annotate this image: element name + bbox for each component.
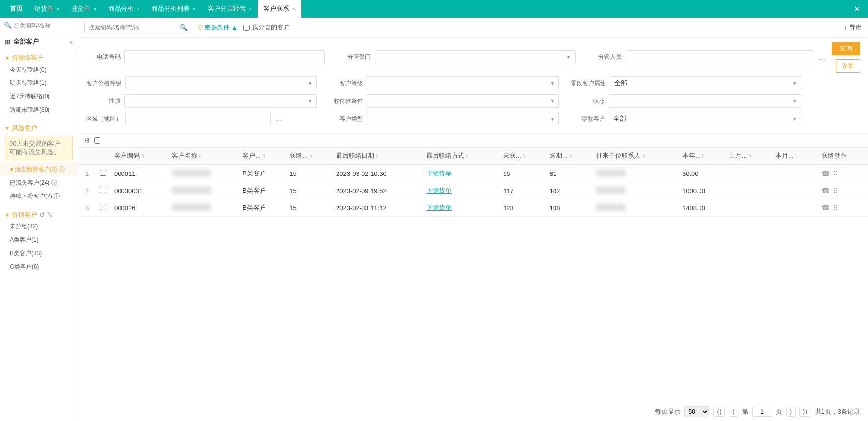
row-checkbox[interactable] xyxy=(100,204,106,210)
sidebar-item-overdue[interactable]: 逾期未联络(30) xyxy=(0,103,78,117)
collapse-icon[interactable]: « xyxy=(70,38,73,46)
nav-tab-customer-contact[interactable]: 客户联系 × xyxy=(258,0,301,18)
table-settings-icon[interactable]: ⚙ xyxy=(84,137,90,144)
table-row: 3 000026 B类客户 15 2023-02-03 11:12: 下销货单 … xyxy=(78,199,868,217)
action-more-icon[interactable]: ⠿ xyxy=(833,187,838,195)
risk-arrow-icon: ▼ xyxy=(5,125,10,131)
value-refresh-icon[interactable]: ↺ xyxy=(39,211,45,219)
first-page-button[interactable]: ⟨⟨ xyxy=(713,407,725,417)
sidebar-group-risk[interactable]: ▼ 风险客户 xyxy=(0,121,78,134)
sidebar-item-declining[interactable]: 持续下滑客户(2) ⓘ xyxy=(0,190,78,203)
manager-select[interactable] xyxy=(626,50,814,64)
my-customers-check[interactable]: 我分管的客户 xyxy=(243,23,290,32)
action-phone-icon[interactable]: ☎ xyxy=(821,204,830,212)
th-last-contact-date[interactable]: 最后联络日期⇅ xyxy=(332,148,422,165)
value-edit-icon[interactable]: ✎ xyxy=(47,211,53,219)
cell-name xyxy=(168,199,239,217)
analysis-list-tab-close[interactable]: × xyxy=(193,6,195,12)
nature-select[interactable]: ▼ xyxy=(124,94,317,108)
row-checkbox[interactable] xyxy=(100,170,106,176)
th-this-month[interactable]: 本月...⇅ xyxy=(772,148,818,165)
my-customers-checkbox[interactable] xyxy=(243,25,250,31)
filter-search-input[interactable] xyxy=(89,24,179,31)
customer-tier-tab-close[interactable]: × xyxy=(249,6,252,12)
cell-checkbox[interactable] xyxy=(96,165,110,182)
dept-select[interactable]: ▼ xyxy=(375,50,575,64)
th-contact[interactable]: 联络...⇅ xyxy=(286,148,332,165)
region-label: 区域（地区） xyxy=(86,115,121,123)
th-name[interactable]: 客户名称⇅ xyxy=(168,148,239,165)
analysis-tab-close[interactable]: × xyxy=(137,6,140,12)
sidebar-item-type-b[interactable]: B类客户(33) xyxy=(0,247,78,260)
content-area: 🔍 ▽ 更多条件 ▲ 我分管的客户 ↑ 导出 电话号码 xyxy=(78,18,868,421)
th-last-month[interactable]: 上月...⇅ xyxy=(725,148,772,165)
page-number-input[interactable] xyxy=(752,407,772,417)
nav-tab-analysis-list[interactable]: 商品分析列表 × xyxy=(145,0,201,18)
sidebar-item-today-pending[interactable]: 今天待联络(0) xyxy=(0,63,78,76)
filter-search-button[interactable]: 🔍 xyxy=(179,24,188,31)
customer-tier-select[interactable]: ▼ xyxy=(367,76,559,90)
cell-last-contact-method[interactable]: 下销货单 xyxy=(422,165,499,182)
action-more-icon[interactable]: ⠿ xyxy=(833,204,838,212)
sidebar-group-value[interactable]: ▼ 价值客户 ↺ ✎ xyxy=(0,207,78,220)
action-more-icon[interactable]: ⠿ xyxy=(833,170,838,177)
nav-tab-purchase[interactable]: 进货单 × xyxy=(65,0,102,18)
th-last-contact-method[interactable]: 最后联络方式⇅ xyxy=(422,148,499,165)
export-button[interactable]: ↑ 导出 xyxy=(844,23,863,32)
sidebar-item-type-c[interactable]: C类客户(6) xyxy=(0,260,78,273)
row-checkbox[interactable] xyxy=(100,187,106,193)
th-code[interactable]: 客户编码⇅ xyxy=(110,148,168,165)
retail-attr-select[interactable]: 全部 ▼ xyxy=(610,76,801,90)
more-conditions-btn[interactable]: ▽ 更多条件 ▲ xyxy=(198,23,238,32)
nav-tab-sales[interactable]: 销货单 × xyxy=(28,0,65,18)
next-page-button[interactable]: ⟩ xyxy=(786,407,796,417)
sidebar-item-tomorrow-pending[interactable]: 明天待联络(1) xyxy=(0,76,78,90)
sidebar-item-churn-warning[interactable]: ●流失预警客户(3) ⓘ xyxy=(0,162,78,176)
cell-last-contact-method[interactable]: 下销货单 xyxy=(422,182,499,199)
th-contact-person[interactable]: 往来单位联系人⇅ xyxy=(592,148,678,165)
price-tier-select[interactable]: ▼ xyxy=(125,76,317,90)
cell-checkbox[interactable] xyxy=(96,199,110,217)
nav-tab-customer-tier[interactable]: 客户分层经营 × xyxy=(202,0,258,18)
sidebar-item-ungrouped[interactable]: 未分组(32) xyxy=(0,220,78,233)
customer-contact-tab-close[interactable]: × xyxy=(292,6,295,12)
action-phone-icon[interactable]: ☎ xyxy=(821,187,830,195)
per-page-select[interactable]: 50 100 xyxy=(684,406,709,417)
settings-button[interactable]: 设置 xyxy=(836,59,860,73)
sidebar-search-input[interactable] xyxy=(14,22,74,29)
th-this-year[interactable]: 本年...⇅ xyxy=(678,148,725,165)
payment-arrow: ▼ xyxy=(550,99,555,104)
customer-tier-tab-label: 客户分层经营 xyxy=(208,4,246,13)
cell-last-contact-method[interactable]: 下销货单 xyxy=(422,199,499,217)
cell-this-month xyxy=(772,199,818,217)
manager-more-icon[interactable]: … xyxy=(818,53,826,62)
th-overdue[interactable]: 逾期...⇅ xyxy=(546,148,592,165)
retail-customer-select[interactable]: 全部 ▼ xyxy=(609,112,801,125)
window-close-button[interactable]: ✕ xyxy=(850,4,864,14)
nav-tab-analysis[interactable]: 商品分析 × xyxy=(102,0,145,18)
payment-select[interactable]: ▼ xyxy=(367,94,559,108)
phone-input[interactable] xyxy=(124,50,325,64)
sidebar-item-week-pending[interactable]: 近7天待联络(0) xyxy=(0,90,78,103)
table-wrap: 客户编码⇅ 客户名称⇅ 客户...⇅ 联络...⇅ 最后联络日期⇅ 最后联络方式… xyxy=(78,148,868,402)
sidebar-item-type-a[interactable]: A类客户(1) xyxy=(0,233,78,247)
price-tier-label: 客户价格等级 xyxy=(86,79,121,88)
sidebar-group-pending[interactable]: ▼ 待联络客户 xyxy=(0,50,78,63)
th-no-contact[interactable]: 未联...⇅ xyxy=(499,148,546,165)
cell-checkbox[interactable] xyxy=(96,182,110,199)
query-button[interactable]: 查询 xyxy=(832,42,860,55)
nav-tab-home[interactable]: 首页 xyxy=(4,0,28,18)
status-select[interactable]: ▼ xyxy=(609,94,801,108)
th-type[interactable]: 客户...⇅ xyxy=(239,148,286,165)
region-more-icon[interactable]: … xyxy=(275,114,283,123)
purchase-tab-close[interactable]: × xyxy=(93,6,96,12)
region-input[interactable] xyxy=(125,112,271,125)
pending-group-label: 待联络客户 xyxy=(12,53,44,62)
prev-page-button[interactable]: ⟨ xyxy=(729,407,738,417)
customer-type-select[interactable]: ▼ xyxy=(367,112,559,125)
last-page-button[interactable]: ⟩⟩ xyxy=(799,407,811,417)
select-all-checkbox[interactable] xyxy=(94,137,100,144)
action-phone-icon[interactable]: ☎ xyxy=(821,170,830,177)
sidebar-item-churned[interactable]: 已流失客户(24) ⓘ xyxy=(0,176,78,190)
sales-tab-close[interactable]: × xyxy=(56,6,59,12)
